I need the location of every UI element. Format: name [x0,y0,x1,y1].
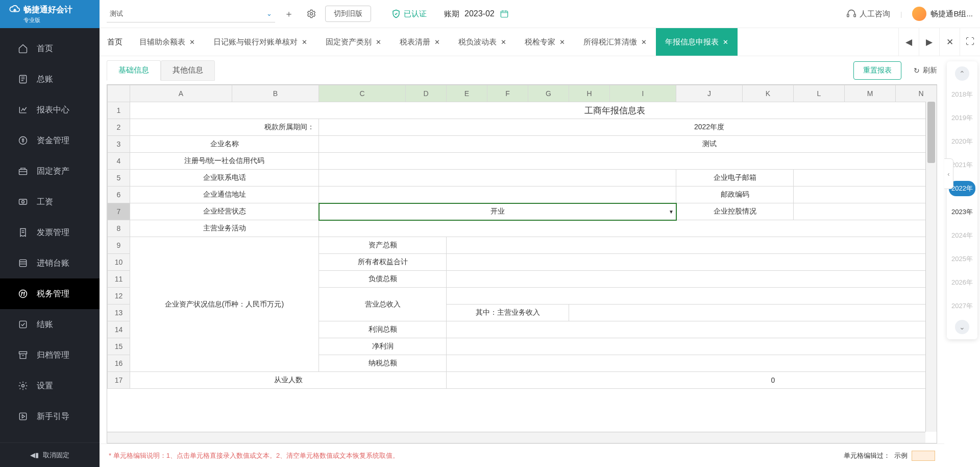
tab-3[interactable]: 税表清册 ✕ [390,28,449,56]
dropdown-icon[interactable]: ▼ [669,209,674,215]
col-header-C[interactable]: C [319,85,406,102]
sidebar-item-0[interactable]: 首页 [0,33,100,64]
subtab-basic[interactable]: 基础信息 [107,60,161,81]
col-header-A[interactable]: A [130,85,232,102]
r15-value[interactable] [447,338,938,355]
r11-value[interactable] [447,271,938,288]
tab-2[interactable]: 固定资产类别 ✕ [316,28,390,56]
tab-1[interactable]: 日记账与银行对账单核对 ✕ [204,28,316,56]
consult-button[interactable]: 人工咨询 [846,9,890,19]
close-icon[interactable]: ✕ [559,38,565,46]
tab-6[interactable]: 所得税汇算清缴 ✕ [574,28,656,56]
user-menu[interactable]: 畅捷通B组... [912,7,973,21]
row-header-2[interactable]: 2 [108,119,130,136]
r16-value[interactable] [447,355,938,372]
r9-value[interactable] [447,237,938,254]
subtab-other[interactable]: 其他信息 [161,60,215,81]
r12-value[interactable] [447,288,938,305]
r17-value[interactable]: 0 [447,372,938,389]
r5-value2[interactable] [794,170,938,186]
r6-value2[interactable] [794,186,938,203]
add-button[interactable]: ＋ [280,5,298,22]
close-icon[interactable]: ✕ [501,38,506,46]
sidebar-item-11[interactable]: 设置 [0,370,100,401]
close-icon[interactable]: ✕ [723,38,728,46]
tab-5[interactable]: 税检专家 ✕ [516,28,574,56]
year-2019年[interactable]: 2019年 [949,106,975,130]
sidebar-item-12[interactable]: 新手引导 [0,401,100,432]
vertical-scrollbar[interactable] [925,102,937,432]
tab-close-all[interactable]: ✕ [939,28,960,56]
row-header-5[interactable]: 5 [108,170,130,186]
col-header-G[interactable]: G [528,85,569,102]
horizontal-scrollbar[interactable] [107,432,925,443]
year-2018年[interactable]: 2018年 [949,83,975,106]
close-icon[interactable]: ✕ [189,38,195,46]
r10-value[interactable] [447,254,938,271]
r3-value[interactable]: 测试 [319,136,938,153]
r7-value[interactable]: 开业▼ [319,203,676,220]
year-2024年[interactable]: 2024年 [949,224,975,247]
row-header-11[interactable]: 11 [108,271,130,288]
col-header-I[interactable]: I [610,85,676,102]
close-icon[interactable]: ✕ [302,38,307,46]
year-down[interactable]: ⌄ [955,320,969,334]
fullscreen-icon[interactable]: ⛶ [960,28,980,56]
account-selector[interactable]: 测试 ⌄ [107,5,275,22]
collapse-rail[interactable]: ‹ [944,158,953,189]
col-header-K[interactable]: K [743,85,794,102]
year-2027年[interactable]: 2027年 [949,294,975,318]
r7-value2[interactable]: 私营企业 [794,203,938,220]
sidebar-item-4[interactable]: 固定资产 [0,156,100,186]
row-header-13[interactable]: 13 [108,305,130,321]
row-header-7[interactable]: 7 [108,203,130,220]
year-up[interactable]: ⌃ [955,66,969,81]
row-header-15[interactable]: 15 [108,338,130,355]
close-icon[interactable]: ✕ [641,38,647,46]
row-header-14[interactable]: 14 [108,321,130,338]
row-header-17[interactable]: 17 [108,372,130,389]
col-header-H[interactable]: H [569,85,610,102]
sidebar-item-3[interactable]: 资金管理 [0,125,100,156]
r13-value[interactable] [569,305,938,321]
row-header-10[interactable]: 10 [108,254,130,271]
col-header-N[interactable]: N [896,85,938,102]
r8-value[interactable] [319,220,938,237]
col-header-D[interactable]: D [406,85,447,102]
row-header-16[interactable]: 16 [108,355,130,372]
r14-value[interactable] [447,321,938,338]
close-icon[interactable]: ✕ [376,38,381,46]
spreadsheet[interactable]: ABCDEFGHIJKLMNOPQ1工商年报信息表2税款所属期间：2022年度3… [107,84,937,443]
sidebar-item-2[interactable]: 报表中心 [0,95,100,125]
r5-value[interactable] [319,170,676,186]
year-2020年[interactable]: 2020年 [949,130,975,153]
tab-home[interactable]: 首页 [100,28,130,56]
accounting-period[interactable]: 账期 2023-02 [444,9,509,19]
sidebar-item-8[interactable]: 税务管理 [0,278,100,309]
tab-0[interactable]: 目辅助余额表 ✕ [130,28,204,56]
col-header-M[interactable]: M [845,85,896,102]
col-header-J[interactable]: J [676,85,743,102]
refresh-button[interactable]: ↻ 刷新 [914,66,937,75]
row-header-12[interactable]: 12 [108,288,130,305]
row-header-9[interactable]: 9 [108,237,130,254]
year-2025年[interactable]: 2025年 [949,247,975,271]
col-header-L[interactable]: L [794,85,845,102]
unpin-button[interactable]: ◀▮ 取消固定 [0,442,100,467]
gear-icon[interactable] [303,5,320,22]
switch-old-button[interactable]: 切到旧版 [325,6,371,22]
sidebar-item-7[interactable]: 进销台账 [0,248,100,278]
sidebar-item-6[interactable]: 发票管理 [0,217,100,248]
col-header-E[interactable]: E [447,85,487,102]
row-header-3[interactable]: 3 [108,136,130,153]
year-2023年[interactable]: 2023年 [949,200,975,224]
r4-value[interactable] [319,153,938,170]
sidebar-item-10[interactable]: 归档管理 [0,340,100,370]
tabs-next[interactable]: ▶ [919,28,939,56]
col-header-F[interactable]: F [487,85,528,102]
year-2026年[interactable]: 2026年 [949,271,975,294]
sidebar-item-5[interactable]: 工资 [0,186,100,217]
close-icon[interactable]: ✕ [434,38,440,46]
r6-value[interactable] [319,186,676,203]
row-header-4[interactable]: 4 [108,153,130,170]
